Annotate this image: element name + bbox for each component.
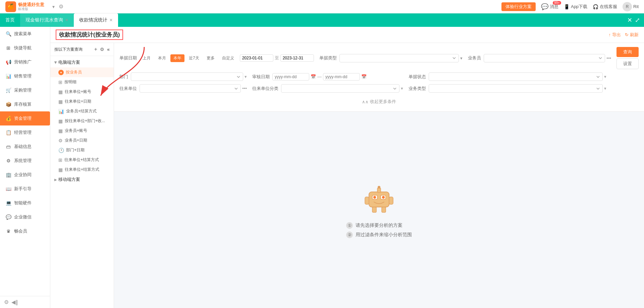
sidebar-item-manage[interactable]: 📋 经营管理	[0, 125, 50, 140]
scheme-item-salesperson-account[interactable]: ▦ 业务员+账号	[50, 126, 114, 136]
biz-type-select[interactable]	[429, 84, 603, 93]
biz-type-label: 业务类型	[409, 86, 426, 92]
scheme-item-dept-date[interactable]: 🕐 部门+日期	[50, 145, 114, 155]
date-tab-7days[interactable]: 近7天	[186, 54, 202, 62]
gear-settings-icon[interactable]: ⚙	[59, 3, 63, 10]
sidebar-item-market[interactable]: 📢 营销推广	[0, 55, 50, 69]
salesperson-select[interactable]	[484, 54, 605, 62]
app-download-btn[interactable]: 📱 App下载	[564, 4, 587, 10]
search-nav-icon: 🔍	[5, 31, 11, 37]
sidebar-item-system[interactable]: ⚙ 系统管理	[0, 154, 50, 168]
tab-bank-flow-close[interactable]: ✕	[65, 18, 68, 22]
sidebar-footer: ⚙ ◀‖	[0, 296, 50, 308]
partner-settle2-icon: ▦	[58, 167, 63, 172]
tab-bank-flow[interactable]: 现金银行流水查询 ✕	[20, 13, 74, 27]
salesperson-settle-icon: 📊	[58, 109, 64, 114]
svg-rect-0	[369, 192, 389, 207]
scheme-setting-btn[interactable]: ⚙	[100, 47, 104, 52]
tab-collection-close[interactable]: ✕	[109, 18, 113, 22]
tab-maximize-icon[interactable]: ⤢	[635, 16, 640, 24]
bill-type-select[interactable]	[339, 54, 459, 62]
date-to-input[interactable]	[280, 54, 314, 62]
partner-more-btn[interactable]: •••	[242, 86, 247, 91]
sidebar-item-sales[interactable]: 📊 销售管理	[0, 69, 50, 83]
partner-category-select[interactable]	[281, 84, 399, 93]
scheme-item-partner-settle2[interactable]: ▦ 往来单位+结算方式	[50, 165, 114, 174]
user-avatar[interactable]: R Rit	[623, 2, 639, 11]
scheme-group-mobile: ▶ 移动端方案	[50, 174, 114, 185]
collapse-more-btn[interactable]: ∧∧ 收起更多条件	[119, 96, 639, 107]
date-tab-last-month[interactable]: 上月	[140, 54, 154, 62]
salesperson-label: 业务员	[468, 55, 481, 61]
sidebar-item-vip[interactable]: ♛ 畅会员	[0, 224, 50, 238]
refresh-btn[interactable]: ↻ 刷新	[625, 32, 639, 38]
salesperson-item-label: 按业务员	[66, 69, 82, 75]
expand-dropdown-icon[interactable]: ▾	[52, 4, 55, 9]
tab-close-all-icon[interactable]: ✕	[627, 16, 632, 24]
date-tab-this-year[interactable]: 本年	[170, 54, 184, 62]
sidebar-collapse-icon[interactable]: ◀‖	[11, 299, 18, 305]
sidebar-item-hardware[interactable]: 💻 智能硬件	[0, 196, 50, 210]
scheme-collapse-btn[interactable]: «	[107, 47, 110, 52]
sidebar-item-base[interactable]: 🗃 基础信息	[0, 140, 50, 154]
svg-rect-5	[377, 188, 381, 193]
setting-btn[interactable]: 设置	[616, 58, 639, 69]
try-btn[interactable]: 体验行业方案	[501, 2, 536, 11]
sidebar-item-finance[interactable]: 💰 资金管理	[0, 111, 50, 125]
export-btn[interactable]: ↑ 导出	[609, 32, 621, 38]
sidebar-item-wechat[interactable]: 💬 企业微信	[0, 210, 50, 224]
review-date-to-input[interactable]	[323, 73, 360, 81]
sidebar-label-stock: 库存核算	[14, 101, 32, 107]
scheme-item-detail[interactable]: ⊞ 按明细	[50, 77, 114, 87]
review-date-filter-item: 审核日期 📅 — 📅	[252, 73, 403, 81]
scheme-item-salesperson-settle[interactable]: 📊 业务员+结算方式	[50, 106, 114, 116]
dept-date-icon: 🕐	[58, 148, 64, 153]
scheme-item-salesperson-date[interactable]: ⚙ 业务员+日期	[50, 136, 114, 145]
scheme-group-mobile-title[interactable]: ▶ 移动端方案	[50, 174, 114, 185]
online-service-btn[interactable]: 🎧 在线客服	[593, 4, 617, 10]
bill-status-select[interactable]	[429, 72, 603, 81]
scheme-item-partner-account[interactable]: ▦ 往来单位+账号	[50, 87, 114, 97]
date-tab-custom[interactable]: 自定义	[219, 54, 237, 62]
scheme-item-partner-date[interactable]: ▦ 往来单位+日期	[50, 97, 114, 106]
salesperson-more-btn[interactable]: •••	[606, 56, 611, 61]
tab-collection-stats[interactable]: 收款情况统计 ✕	[74, 13, 118, 27]
scheme-item-partner-dept[interactable]: ▦ 按往来单位+部门+收...	[50, 116, 114, 126]
review-date-range: 📅 — 📅	[272, 73, 367, 81]
calendar-to-icon[interactable]: 📅	[361, 74, 367, 79]
calendar-from-icon[interactable]: 📅	[311, 74, 316, 79]
query-btn[interactable]: 查询	[616, 47, 639, 57]
sidebar-item-guide[interactable]: 📖 新手引导	[0, 182, 50, 196]
dept-select[interactable]	[131, 72, 243, 81]
sidebar-label-hardware: 智能硬件	[14, 200, 32, 206]
main-body: 按以下方案查询 + ⚙ « ▶ 电脑端方案	[50, 43, 644, 308]
scheme-add-btn[interactable]: +	[94, 46, 97, 52]
sidebar-item-corp[interactable]: 🏢 企业协同	[0, 168, 50, 182]
date-from-input[interactable]	[240, 54, 273, 62]
scheme-panel: 按以下方案查询 + ⚙ « ▶ 电脑端方案	[50, 43, 114, 308]
partner-select[interactable]	[140, 84, 241, 93]
purchase-icon: 🛒	[5, 87, 11, 93]
date-tab-this-month[interactable]: 本月	[155, 54, 169, 62]
sidebar-item-stock[interactable]: 📦 库存核算	[0, 97, 50, 111]
corp-icon: 🏢	[5, 172, 11, 178]
messages-btn[interactable]: 💬 99+ 消息	[541, 3, 558, 10]
review-date-from-input[interactable]	[272, 73, 309, 81]
dept-dropdown-icon: ▾	[245, 74, 247, 79]
base-icon: 🗃	[5, 144, 11, 150]
date-range-separator: 至	[275, 55, 279, 61]
sidebar-item-search[interactable]: 🔍 搜索菜单	[0, 27, 50, 41]
sidebar-item-purchase[interactable]: 🛒 采购管理	[0, 83, 50, 97]
date-tab-more[interactable]: 更多	[204, 54, 218, 62]
scheme-tree: ▶ 电脑端方案 ● 按业务员 ⊞ 按明细	[50, 56, 114, 308]
sidebar-settings-icon[interactable]: ⚙	[4, 299, 9, 305]
salesperson-settle-label: 业务员+结算方式	[66, 108, 97, 114]
scheme-item-partner-settle1[interactable]: ⊞ 往来单位+结算方式	[50, 155, 114, 165]
scheme-item-salesperson[interactable]: ● 按业务员	[50, 67, 114, 77]
online-service-label: 在线客服	[600, 4, 617, 10]
bill-type-more-btn[interactable]: ▾	[460, 56, 463, 61]
refresh-icon: ↻	[625, 32, 629, 37]
sidebar-item-quicknav[interactable]: ⊞ 快捷导航	[0, 41, 50, 55]
scheme-group-desktop-title[interactable]: ▶ 电脑端方案	[50, 57, 114, 67]
tab-home[interactable]: 首页	[0, 13, 20, 27]
